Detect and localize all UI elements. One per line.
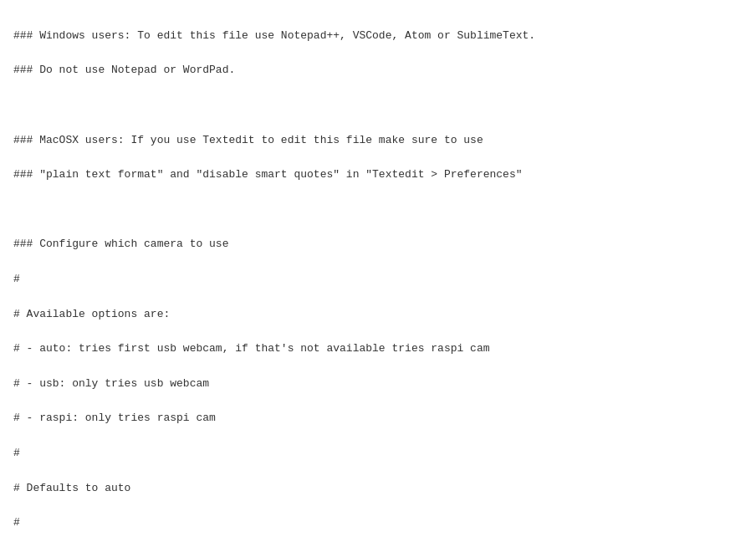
editor-line	[13, 202, 743, 219]
editor-line: #	[13, 514, 743, 532]
editor-line: ### Configure which camera to use	[13, 236, 743, 253]
editor-line: ### MacOSX users: If you use Textedit to…	[13, 132, 743, 150]
editor-line: ### Windows users: To edit this file use…	[13, 28, 743, 45]
editor-line: # Available options are:	[13, 306, 743, 324]
editor-line: # - auto: tries first usb webcam, if tha…	[13, 340, 743, 358]
editor-line: #	[13, 271, 743, 289]
editor-line: #	[13, 445, 743, 463]
editor-line: # - usb: only tries usb webcam	[13, 376, 743, 393]
editor-line: # - raspi: only tries raspi cam	[13, 410, 743, 427]
editor-line: # Defaults to auto	[13, 480, 743, 498]
editor-line: ### Do not use Notepad or WordPad.	[13, 62, 743, 79]
editor-line: ### "plain text format" and "disable sma…	[13, 166, 743, 184]
editor-line	[13, 97, 743, 115]
editor-area[interactable]: ### Windows users: To edit this file use…	[0, 0, 756, 537]
